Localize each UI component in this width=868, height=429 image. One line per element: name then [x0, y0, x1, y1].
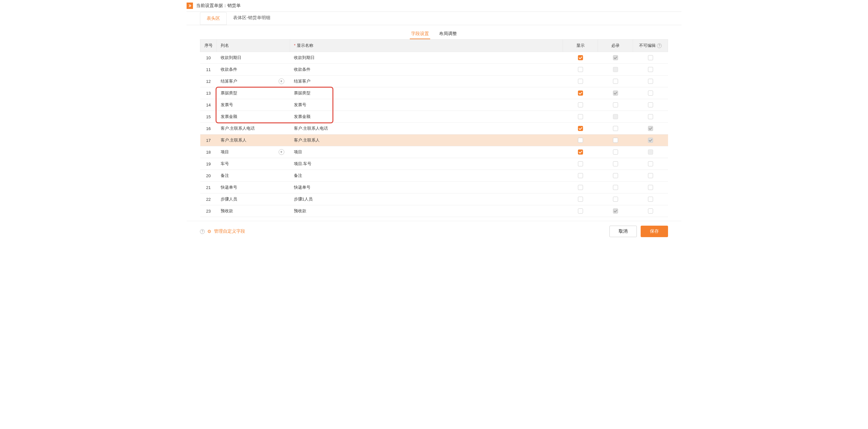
readonly-checkbox[interactable] [648, 173, 653, 178]
required-checkbox[interactable] [613, 185, 618, 190]
show-checkbox[interactable] [578, 197, 583, 202]
cell-seq: 19 [200, 158, 217, 170]
show-checkbox[interactable] [578, 90, 583, 96]
required-checkbox[interactable] [613, 161, 618, 166]
show-checkbox[interactable] [578, 67, 583, 72]
show-checkbox[interactable] [578, 149, 583, 154]
table-row[interactable]: 22步骤人员步骤1人员 [200, 194, 668, 205]
cell-show [563, 99, 598, 111]
cell-display[interactable]: 项目 [290, 146, 563, 158]
show-checkbox[interactable] [578, 173, 583, 178]
cell-name-label: 发票号 [221, 102, 233, 107]
manage-custom-fields-link[interactable]: 管理自定义字段 [214, 229, 245, 234]
readonly-checkbox[interactable] [648, 208, 653, 213]
cell-display[interactable]: 预收款 [290, 205, 563, 217]
readonly-checkbox[interactable] [648, 79, 653, 84]
subtab-1[interactable]: 布局调整 [438, 29, 458, 39]
readonly-checkbox [648, 138, 653, 143]
cell-display[interactable]: 发票金额 [290, 111, 563, 123]
cell-name: 客户.主联系人 [217, 135, 290, 146]
subtab-0[interactable]: 字段设置 [410, 29, 430, 39]
readonly-checkbox[interactable] [648, 55, 653, 60]
cell-display[interactable]: 客户.主联系人电话 [290, 123, 563, 135]
cell-readonly [633, 158, 668, 170]
cell-readonly [633, 52, 668, 64]
required-checkbox[interactable] [613, 173, 618, 178]
required-checkbox[interactable] [613, 102, 618, 107]
readonly-checkbox[interactable] [648, 161, 653, 166]
expand-toggle[interactable] [187, 3, 193, 9]
show-checkbox[interactable] [578, 138, 583, 143]
show-checkbox[interactable] [578, 126, 583, 131]
cancel-button[interactable]: 取消 [610, 226, 637, 237]
cell-readonly [633, 170, 668, 182]
cell-display[interactable]: 步骤1人员 [290, 194, 563, 205]
required-checkbox[interactable] [613, 149, 618, 154]
col-header-display-label: 显示名称 [297, 43, 313, 48]
table-row[interactable]: 14发票号发票号 [200, 99, 668, 111]
tab-1[interactable]: 表体区-销货单明细 [227, 12, 277, 25]
help-icon[interactable]: ? [657, 44, 662, 48]
show-checkbox[interactable] [578, 114, 583, 119]
cell-display[interactable]: 备注 [290, 170, 563, 182]
required-checkbox[interactable] [613, 79, 618, 84]
cell-show [563, 52, 598, 64]
tab-0[interactable]: 表头区 [200, 12, 227, 25]
required-checkbox[interactable] [613, 138, 618, 143]
cell-required [598, 52, 633, 64]
required-checkbox [613, 90, 618, 96]
table-row[interactable]: 19车号项目.车号 [200, 158, 668, 170]
add-child-button[interactable]: + [279, 78, 284, 84]
cell-display[interactable]: 收款到期日 [290, 52, 563, 64]
col-header-name: 列名 [217, 39, 290, 52]
cell-name-label: 客户.主联系人 [221, 138, 247, 142]
table-row[interactable]: 10收款到期日收款到期日 [200, 52, 668, 64]
table-row[interactable]: 20备注备注 [200, 170, 668, 182]
table-row[interactable]: 17客户.主联系人客户.主联系人 [200, 135, 668, 146]
readonly-checkbox[interactable] [648, 197, 653, 202]
table-row[interactable]: 12结算客户+结算客户 [200, 76, 668, 87]
cell-display[interactable]: 客户.主联系人 [290, 135, 563, 146]
gear-icon: ⚙ [207, 229, 211, 234]
table-row[interactable]: 11收款条件收款条件 [200, 64, 668, 76]
cell-display[interactable]: 票据类型 [290, 87, 563, 99]
add-child-button[interactable]: + [279, 149, 284, 155]
readonly-checkbox[interactable] [648, 67, 653, 72]
table-row[interactable]: 23预收款预收款 [200, 205, 668, 217]
table-row[interactable]: 13票据类型票据类型 [200, 87, 668, 99]
show-checkbox[interactable] [578, 55, 583, 60]
required-checkbox [613, 67, 618, 72]
table-row[interactable]: 21快递单号快递单号 [200, 182, 668, 194]
show-checkbox[interactable] [578, 161, 583, 166]
cell-name-label: 备注 [221, 173, 229, 178]
col-header-show: 显示 [563, 39, 598, 52]
show-checkbox[interactable] [578, 185, 583, 190]
readonly-checkbox[interactable] [648, 102, 653, 107]
cell-show [563, 123, 598, 135]
cell-show [563, 170, 598, 182]
show-checkbox[interactable] [578, 79, 583, 84]
header-bar: 当前设置单据：销货单 [187, 0, 681, 12]
readonly-checkbox[interactable] [648, 185, 653, 190]
required-checkbox[interactable] [613, 126, 618, 131]
readonly-checkbox[interactable] [648, 114, 653, 119]
help-icon[interactable]: ? [200, 229, 205, 234]
cell-display[interactable]: 收款条件 [290, 64, 563, 76]
required-checkbox[interactable] [613, 197, 618, 202]
readonly-checkbox[interactable] [648, 90, 653, 96]
cell-seq: 22 [200, 194, 217, 205]
show-checkbox[interactable] [578, 208, 583, 213]
cell-display[interactable]: 结算客户 [290, 76, 563, 87]
table-row[interactable]: 16客户.主联系人电话客户.主联系人电话 [200, 123, 668, 135]
cell-seq: 12 [200, 76, 217, 87]
cell-required [598, 158, 633, 170]
cell-display[interactable]: 发票号 [290, 99, 563, 111]
cell-display[interactable]: 快递单号 [290, 182, 563, 194]
cell-display[interactable]: 项目.车号 [290, 158, 563, 170]
cell-name: 车号 [217, 158, 290, 170]
page-title: 当前设置单据：销货单 [196, 3, 241, 9]
table-row[interactable]: 15发票金额发票金额 [200, 111, 668, 123]
save-button[interactable]: 保存 [641, 226, 668, 237]
table-row[interactable]: 18项目+项目 [200, 146, 668, 158]
show-checkbox[interactable] [578, 102, 583, 107]
